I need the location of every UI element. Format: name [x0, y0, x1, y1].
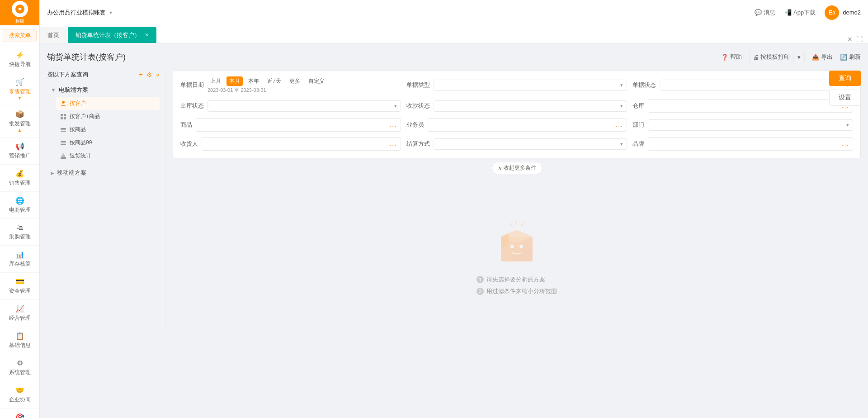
- app-download-icon: 📲: [784, 9, 792, 16]
- topbar-dropdown-icon[interactable]: ▾: [109, 10, 112, 16]
- print-button[interactable]: 🖨 按模板打印: [750, 51, 793, 63]
- tab-sales-stat-label: 销货单统计表（按客户）: [75, 31, 140, 39]
- close-window-icon[interactable]: ✕: [847, 36, 853, 43]
- sidebar-item-operation[interactable]: 📈 经营管理: [0, 300, 39, 327]
- refresh-button[interactable]: 🔄 刷新: [840, 53, 861, 61]
- sidebar-item-wholesale-label: 批发管理: [9, 120, 31, 128]
- cooperation-icon: 🤝: [15, 386, 24, 394]
- svg-line-20: [521, 223, 524, 227]
- tree-child-return-stat[interactable]: 退货统计: [56, 149, 160, 162]
- add-scheme-icon[interactable]: +: [139, 71, 143, 79]
- message-button[interactable]: 💬 消息: [755, 9, 775, 17]
- collapse-label: 收起更多条件: [504, 164, 536, 172]
- svg-point-22: [519, 245, 523, 248]
- tab-close-icon[interactable]: ✕: [145, 32, 149, 38]
- sidebar: 标版 搜索菜单 ⚡ 快捷导航 🛒 零售管理 ▼ 📦 批发管理 ▲ 📢 营销推广 …: [0, 0, 40, 418]
- return-stat-icon: [60, 152, 67, 160]
- filter-out-status-select[interactable]: ▾: [208, 100, 401, 112]
- custom-date-btn[interactable]: 自定义: [306, 76, 327, 86]
- user-name: demo2: [843, 9, 861, 16]
- content-body: 按以下方案查询 + ⚙ « ▼ 电脑端方案: [47, 71, 861, 332]
- query-buttons: 查询 设置: [829, 71, 861, 106]
- page-title: 销货单统计表(按客户): [47, 52, 126, 62]
- tree-child-by-goods-99[interactable]: 按商品99: [56, 136, 160, 149]
- tab-sales-stat[interactable]: 销货单统计表（按客户） ✕: [68, 27, 156, 43]
- maximize-icon[interactable]: ⛶: [856, 36, 863, 43]
- print-icon: 🖨: [753, 54, 759, 61]
- tree-child-by-customer-goods[interactable]: 按客户+商品: [56, 110, 160, 123]
- this-year-btn[interactable]: 本年: [245, 76, 262, 86]
- sidebar-item-marketing[interactable]: 📢 营销推广: [0, 138, 39, 165]
- filter-doc-type-item: 单据类型 ▾: [406, 80, 627, 91]
- filter-payment-status-select[interactable]: ▾: [434, 100, 627, 112]
- collapse-panel-icon[interactable]: «: [156, 71, 160, 78]
- sidebar-item-cooperation[interactable]: 🤝 企业协同: [0, 381, 39, 408]
- filter-doc-type-select[interactable]: ▾: [434, 80, 627, 91]
- retail-icon: 🛒: [15, 78, 24, 86]
- filter-dept-select[interactable]: ▾: [648, 119, 853, 131]
- filter-salesperson-input[interactable]: ...: [428, 118, 627, 132]
- filter-brand-input[interactable]: ...: [648, 137, 853, 151]
- sidebar-item-quick-nav[interactable]: ⚡ 快捷导航: [0, 46, 39, 73]
- empty-tips: 1 请先选择要分析的方案 2 用过滤条件来缩小分析范围: [476, 276, 557, 295]
- content-area: 销货单统计表(按客户) ❓ 帮助 🖨 按模板打印 ▾: [40, 43, 868, 418]
- purchase-icon: 🛍: [16, 223, 24, 232]
- salesperson-dots-icon[interactable]: ...: [616, 121, 623, 129]
- sidebar-item-newbie[interactable]: 🎯 新手引导: [0, 408, 39, 418]
- goods-dots-icon[interactable]: ...: [390, 121, 397, 129]
- tabs-bar: 首页 销货单统计表（按客户） ✕ ✕ ⛶: [40, 25, 868, 43]
- svg-rect-5: [64, 117, 66, 119]
- sidebar-item-sales[interactable]: 💰 销售管理: [0, 165, 39, 192]
- filter-warehouse-input[interactable]: ...: [648, 99, 853, 113]
- sidebar-item-basic-info[interactable]: 📋 基础信息: [0, 327, 39, 354]
- tree-child-by-customer[interactable]: 按客户: [56, 97, 160, 110]
- print-dropdown-button[interactable]: ▾: [794, 52, 804, 62]
- this-month-btn[interactable]: 本月: [226, 76, 243, 86]
- sidebar-item-system[interactable]: ⚙ 系统管理: [0, 354, 39, 381]
- receiver-dots-icon[interactable]: ...: [390, 140, 397, 148]
- mobile-section: ▶ 移动端方案: [47, 166, 160, 180]
- tree-child-by-goods-label: 按商品: [70, 126, 86, 133]
- sidebar-item-finance[interactable]: 💳 资金管理: [0, 273, 39, 300]
- mobile-section-header[interactable]: ▶ 移动端方案: [47, 166, 160, 180]
- svg-rect-4: [61, 117, 63, 119]
- filter-row-2: 出库状态 ▾ 收款状态: [180, 99, 853, 113]
- tree-desktop-section[interactable]: ▼ 电脑端方案: [47, 83, 160, 97]
- more-date-btn[interactable]: 更多: [287, 76, 303, 86]
- last7days-btn[interactable]: 近7天: [264, 76, 284, 86]
- query-button[interactable]: 查询: [829, 71, 861, 86]
- by-goods-99-icon: [60, 139, 67, 147]
- search-menu-button[interactable]: 搜索菜单: [3, 29, 37, 42]
- sidebar-item-ecommerce[interactable]: 🌐 电商管理: [0, 192, 39, 219]
- topbar-right: 💬 消息 📲 App下载 Ea demo2: [755, 5, 861, 20]
- brand-dots-icon[interactable]: ...: [842, 140, 849, 148]
- tab-home[interactable]: 首页: [40, 27, 67, 43]
- export-label: 导出: [821, 53, 833, 61]
- filter-settlement-select[interactable]: ▾: [434, 138, 627, 150]
- user-info[interactable]: Ea demo2: [825, 5, 861, 20]
- collapse-conditions-button[interactable]: ∧ 收起更多条件: [492, 162, 542, 174]
- sidebar-item-inventory[interactable]: 📊 库存核算: [0, 246, 39, 273]
- last-month-btn[interactable]: 上月: [208, 76, 224, 86]
- filter-goods-input[interactable]: ...: [196, 118, 401, 132]
- tree-child-by-goods[interactable]: 按商品: [56, 123, 160, 136]
- settings-button[interactable]: 设置: [829, 90, 861, 106]
- filter-receiver-input[interactable]: ...: [202, 137, 401, 151]
- tree-child-return-stat-label: 退货统计: [70, 152, 91, 160]
- settings-scheme-icon[interactable]: ⚙: [146, 71, 152, 78]
- left-panel-header: 按以下方案查询 + ⚙ «: [47, 71, 160, 79]
- sidebar-item-purchase[interactable]: 🛍 采购管理: [0, 219, 39, 246]
- svg-point-21: [510, 245, 514, 248]
- help-button[interactable]: ❓ 帮助: [721, 53, 742, 61]
- logo-icon: [12, 1, 28, 17]
- sidebar-item-retail[interactable]: 🛒 零售管理 ▼: [0, 73, 39, 105]
- sidebar-search-section: 搜索菜单: [0, 25, 39, 46]
- sidebar-logo[interactable]: 标版: [0, 0, 39, 25]
- export-button[interactable]: 📤 导出: [812, 53, 833, 61]
- filter-doc-status-select[interactable]: ▾: [660, 80, 853, 91]
- filter-brand-item: 品牌 ...: [632, 137, 853, 151]
- svg-rect-3: [64, 114, 66, 116]
- sidebar-item-wholesale[interactable]: 📦 批发管理 ▲: [0, 105, 39, 138]
- filter-dept-label: 部门: [632, 121, 644, 129]
- app-download-button[interactable]: 📲 App下载: [784, 9, 816, 17]
